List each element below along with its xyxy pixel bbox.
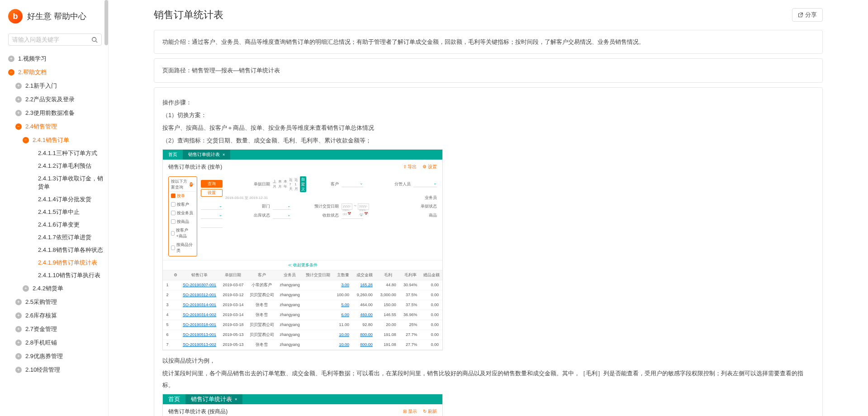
sc-tab-home: 首页 <box>163 150 183 160</box>
nav-2-1[interactable]: +2.1新手入门 <box>8 79 108 93</box>
leaf-2418[interactable]: 2.4.1.8销售订单各种状态 <box>8 244 108 256</box>
nav-video[interactable]: +1.视频学习 <box>8 52 108 66</box>
radio-icon <box>171 202 175 207</box>
sc-field <box>273 213 291 219</box>
nav-helpdoc[interactable]: −2.帮助文档 <box>8 66 108 79</box>
table-row: 1SO-20190307-0012019-03-07小常的客户zhangyang… <box>163 280 442 290</box>
search-box[interactable] <box>8 33 102 46</box>
scheme-order: 按单 <box>170 192 196 200</box>
leaf-2413[interactable]: 2.4.1.3订单收取订金，销货单 <box>8 172 108 193</box>
plus-icon: + <box>15 312 22 319</box>
intro-card: 功能介绍：通过客户、业务员、商品等维度查询销售订单的明细汇总情况；有助于管理者了… <box>154 30 823 54</box>
leaf-2417[interactable]: 2.4.1.7依照订单进货 <box>8 231 108 244</box>
sc-field <box>342 213 363 219</box>
plus-icon: + <box>15 110 22 116</box>
sc-table: ⚙ 销售订单 单据日期 客户 业务员 预计交货日期 主数量 成交金额 毛利 毛利… <box>163 270 442 350</box>
intro-text: 通过客户、业务员、商品等维度查询销售订单的明细汇总情况；有助于管理者了解订单成交… <box>192 38 645 45</box>
sc-export: ⇪ 导出 <box>403 164 417 169</box>
nav-2-4-2[interactable]: +2.4.2销货单 <box>8 282 108 295</box>
steps-title: 操作步骤： <box>162 97 814 109</box>
sc-field <box>413 181 437 187</box>
scheme-sales: 按业务员 <box>170 209 196 217</box>
example-desc: 统计某段时间里，各个商品销售出去的订单笔数、成交金额、毛利等数据；可以看出，在某… <box>162 368 814 391</box>
page-title: 销售订单统计表 <box>154 8 223 22</box>
search-input[interactable] <box>12 36 91 43</box>
search-icon <box>91 37 98 43</box>
path-text: 销售管理—报表—销售订单统计表 <box>192 67 280 74</box>
nav-2-3[interactable]: +2.3使用前数据准备 <box>8 106 108 120</box>
plus-icon: + <box>8 56 14 62</box>
nav-2-10[interactable]: +2.10经营管理 <box>8 363 108 377</box>
plus-icon: + <box>15 340 22 346</box>
step2: （2）查询指标：交货日期、数量、成交金额、毛利、毛利率、累计收款金额等； <box>162 135 814 147</box>
brand-title: 好生意 帮助中心 <box>27 11 86 22</box>
table-row: 5SO-20190318-0012019-03-18贝贝贸易公司zhangyan… <box>163 320 442 330</box>
sc-field <box>201 222 223 228</box>
nav-2-7[interactable]: +2.7资金管理 <box>8 322 108 336</box>
sc-title: 销售订单统计表 (按单) <box>168 163 222 171</box>
embedded-screenshot-1: 首页 销售订单统计表 销售订单统计表 (按单) ⇪ 导出 ⚙ 设置 按以下方案查… <box>162 149 443 350</box>
nav-2-9[interactable]: +2.9优惠券管理 <box>8 350 108 363</box>
leaf-2414[interactable]: 2.4.1.4订单分批发货 <box>8 193 108 206</box>
sc-query-btn: 查询 <box>201 180 223 188</box>
leaf-24110[interactable]: 2.4.1.10销售订单执行表 <box>8 269 108 282</box>
leaf-2419[interactable]: 2.4.1.9销售订单统计表 <box>8 256 108 269</box>
sc2-title: 销售订单统计表 (按商品) <box>168 408 228 416</box>
leaf-2412[interactable]: 2.4.1.2订单毛利预估 <box>8 160 108 172</box>
sc2-tab-open: 销售订单统计表 <box>185 394 242 404</box>
path-card: 页面路径：销售管理—报表—销售订单统计表 <box>154 58 823 82</box>
sidebar: b 好生意 帮助中心 +1.视频学习 −2.帮助文档 +2.1新手入门 +2.2… <box>0 0 109 416</box>
svg-point-0 <box>92 37 96 41</box>
share-icon <box>798 12 803 18</box>
nav-2-2[interactable]: +2.2产品安装及登录 <box>8 93 108 106</box>
nav-tree: +1.视频学习 −2.帮助文档 +2.1新手入门 +2.2产品安装及登录 +2.… <box>8 52 108 377</box>
sc2-show: ⊞ 显示 <box>403 409 417 414</box>
gear-icon: ⚙ <box>172 270 179 280</box>
share-button[interactable]: 分享 <box>792 8 823 22</box>
leaf-2411[interactable]: 2.4.1.1三种下订单方式 <box>8 147 108 160</box>
refresh-icon: ⟳ <box>190 182 193 187</box>
nav-2-6[interactable]: +2.6库存核算 <box>8 309 108 322</box>
radio-icon <box>171 246 175 250</box>
brand-row: b 好生意 帮助中心 <box>8 9 108 32</box>
radio-icon <box>171 219 175 224</box>
table-row: 3SO-20190314-0012019-03-14张冬雪zhangyang5.… <box>163 300 442 310</box>
radio-icon <box>171 194 175 198</box>
plus-icon: + <box>15 96 22 103</box>
plus-icon: + <box>15 367 22 373</box>
plus-icon: + <box>23 285 29 292</box>
scheme-goodscat: 按商品分类 <box>170 241 196 255</box>
main-content: 销售订单统计表 分享 功能介绍：通过客户、业务员、商品等维度查询销售订单的明细汇… <box>109 0 868 416</box>
table-row: 6SO-20190513-0012019-05-13贝贝贸易公司zhangyan… <box>163 330 442 340</box>
sc-set: ⚙ 设置 <box>422 164 437 169</box>
sc-field <box>342 181 363 187</box>
plus-icon: + <box>15 353 22 359</box>
table-row: 2SO-20190312-0012019-03-12贝贝贸易公司zhangyan… <box>163 290 442 300</box>
embedded-screenshot-2: 首页 销售订单统计表 销售订单统计表 (按商品) ⊞ 显示 ↻ 刷新 <box>162 394 443 416</box>
plus-icon: + <box>15 299 22 305</box>
collapse-icon: « <box>193 182 194 186</box>
sc-collapse: ≪ 收起更多条件 <box>163 260 442 270</box>
step1-desc: 按客户、按商品、按客户＋商品、按单、按业务员等维度来查看销售订单总体情况 <box>162 122 814 134</box>
path-label: 页面路径： <box>162 67 192 74</box>
example-intro: 以按商品统计为例， <box>162 355 814 367</box>
minus-icon: − <box>15 123 22 130</box>
nav-2-4-1[interactable]: −2.4.1销售订单 <box>8 133 108 147</box>
svg-line-1 <box>96 41 98 43</box>
nav-2-5[interactable]: +2.5采购管理 <box>8 295 108 309</box>
logo-icon: b <box>8 9 23 24</box>
intro-label: 功能介绍： <box>162 38 192 45</box>
sc-field <box>201 203 223 210</box>
minus-icon: − <box>23 137 29 143</box>
leaf-2415[interactable]: 2.4.1.5订单中止 <box>8 206 108 218</box>
scheme-goods: 按商品 <box>170 217 196 226</box>
sc-tab-open: 销售订单统计表 <box>183 150 230 160</box>
steps-card: 操作步骤： （1）切换方案： 按客户、按商品、按客户＋商品、按单、按业务员等维度… <box>154 87 823 416</box>
step1: （1）切换方案： <box>162 109 814 121</box>
sc-set-btn: 设置 <box>201 189 223 197</box>
sc-field <box>201 213 223 219</box>
nav-2-8[interactable]: +2.8手机旺铺 <box>8 336 108 350</box>
scrollbar[interactable] <box>104 0 108 45</box>
leaf-2416[interactable]: 2.4.1.6订单变更 <box>8 218 108 231</box>
nav-2-4[interactable]: −2.4销售管理 <box>8 120 108 133</box>
